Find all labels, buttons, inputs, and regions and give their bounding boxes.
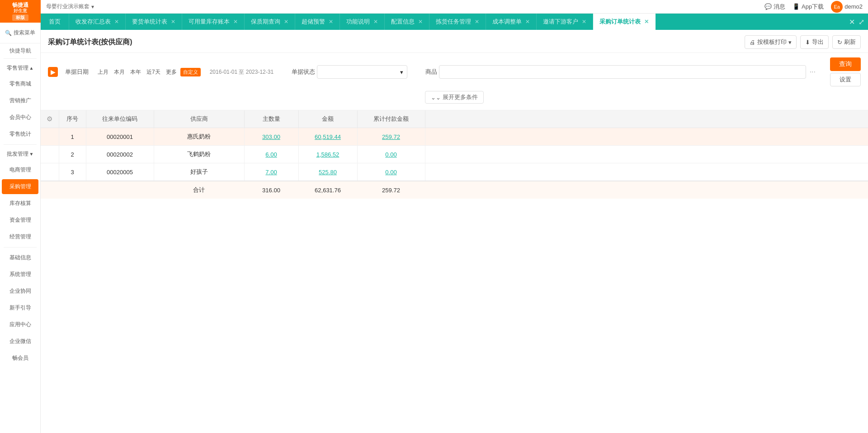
- sidebar-item-label-sys-mgmt: 系统管理: [9, 271, 31, 278]
- print-btn[interactable]: 🖨 按模板打印 ▾: [745, 35, 797, 49]
- refresh-btn-label: 刷新: [844, 38, 856, 46]
- tab-available-inventory-close[interactable]: ✕: [233, 19, 238, 25]
- tab-close-all-btn[interactable]: ✕: [849, 18, 855, 26]
- paid-link-1[interactable]: 259.72: [382, 133, 400, 140]
- qty-link-1[interactable]: 303.00: [262, 133, 280, 140]
- page-title: 采购订单统计表(按供应商): [48, 38, 132, 47]
- commodity-input[interactable]: [439, 65, 806, 79]
- shortcut-more[interactable]: 更多: [164, 67, 179, 77]
- qty-link-3[interactable]: 7.00: [265, 169, 277, 176]
- sidebar-item-app-center[interactable]: 应用中心: [2, 317, 38, 332]
- sidebar-item-marketing[interactable]: 营销推广: [2, 93, 38, 108]
- tab-cost-adjust-label: 成本调整单: [492, 18, 522, 26]
- tab-available-inventory[interactable]: 可用量库存账本 ✕: [182, 14, 245, 30]
- sidebar-item-member-center[interactable]: 会员中心: [2, 110, 38, 125]
- refresh-btn[interactable]: ↻ 刷新: [832, 35, 861, 49]
- td-settings-3: [41, 163, 59, 181]
- date-filter-label: 单据日期: [65, 68, 89, 76]
- td-paid-1: 259.72: [357, 128, 425, 146]
- shortcut-last-7-days[interactable]: 近7天: [145, 67, 162, 77]
- tab-collect-send[interactable]: 收发存汇总表 ✕: [69, 14, 126, 30]
- sidebar-item-label-inventory: 库存核算: [9, 200, 31, 207]
- quick-nav-item[interactable]: 快捷导航: [0, 43, 40, 57]
- tab-config-info-close[interactable]: ✕: [418, 19, 423, 25]
- top-bar: 母婴行业演示账套 ▾ 💬 消息 📱 App下载 Ea demo2: [41, 0, 868, 14]
- tf-paid: 259.72: [357, 181, 425, 199]
- app-download-btn[interactable]: 📱 App下载: [793, 3, 824, 11]
- tab-purchase-order-stats-label: 采购订单统计表: [599, 18, 641, 26]
- tab-cost-adjust[interactable]: 成本调整单 ✕: [486, 14, 537, 30]
- sidebar-item-enterprise-wechat[interactable]: 企业微信: [2, 334, 38, 349]
- tab-purchase-order-stats[interactable]: 采购订单统计表 ✕: [593, 14, 656, 30]
- paid-link-2[interactable]: 0.00: [385, 151, 396, 158]
- amount-link-3[interactable]: 525.80: [319, 169, 337, 176]
- th-settings[interactable]: ⚙: [41, 110, 59, 128]
- sidebar-divider-3: [4, 247, 37, 247]
- account-selector[interactable]: 母婴行业演示账套 ▾: [46, 3, 94, 10]
- tab-warranty-query-close[interactable]: ✕: [284, 19, 288, 25]
- sidebar-item-retail-store[interactable]: 零售商城: [2, 76, 38, 91]
- sidebar-item-ecom-mgmt[interactable]: 电商管理: [2, 162, 38, 177]
- shortcut-this-year[interactable]: 本年: [128, 67, 143, 77]
- user-profile-btn[interactable]: Ea demo2: [831, 1, 863, 13]
- tab-config-info[interactable]: 配置信息 ✕: [385, 14, 429, 30]
- amount-link-2[interactable]: 1,586.52: [316, 151, 340, 158]
- print-dropdown-icon: ▾: [788, 39, 792, 46]
- gear-icon[interactable]: ⚙: [47, 115, 52, 123]
- sidebar-logo: 畅捷通 好生意 标版: [0, 0, 41, 23]
- sidebar-item-batch-mgmt[interactable]: 批发管理 ▼: [2, 148, 38, 161]
- table-row: 3 00020005 好孩子 7.00 525.80 0.00: [41, 163, 868, 181]
- tab-overstock-alert[interactable]: 超储预警 ✕: [295, 14, 340, 30]
- export-btn[interactable]: ⬇ 导出: [800, 35, 829, 49]
- custom-date-badge[interactable]: 自定义: [180, 68, 201, 76]
- tab-purchase-order-stats-close[interactable]: ✕: [644, 19, 649, 25]
- status-select[interactable]: ▾: [317, 65, 407, 79]
- td-qty-2: 6.00: [244, 146, 298, 163]
- expand-more-btn[interactable]: ⌄⌄ 展开更多条件: [425, 91, 484, 104]
- sidebar-item-inventory[interactable]: 库存核算: [2, 196, 38, 211]
- sidebar-item-ops-mgmt[interactable]: 经营管理: [2, 229, 38, 244]
- sidebar-item-retail-mgmt[interactable]: 零售管理 ▲: [2, 62, 38, 75]
- tab-overstock-alert-close[interactable]: ✕: [329, 19, 333, 25]
- filter-toggle-btn[interactable]: ▶: [48, 67, 58, 77]
- sidebar-item-sys-mgmt[interactable]: 系统管理: [2, 267, 38, 282]
- tab-pick-task[interactable]: 拣货任务管理 ✕: [429, 14, 486, 30]
- tab-collect-send-label: 收发存汇总表: [75, 18, 111, 26]
- th-amount: 金额: [298, 110, 357, 128]
- tab-function-desc-close[interactable]: ✕: [373, 19, 378, 25]
- tab-home[interactable]: 首页: [41, 14, 69, 30]
- sidebar-item-purchase-mgmt[interactable]: 采购管理: [2, 179, 38, 194]
- tab-invite-downstream-close[interactable]: ✕: [582, 19, 586, 25]
- sidebar-item-label-batch-mgmt: 批发管理: [7, 150, 28, 158]
- query-btn[interactable]: 查询: [830, 57, 861, 71]
- tab-fullscreen-btn[interactable]: ⤢: [859, 18, 864, 26]
- tab-pick-task-close[interactable]: ✕: [475, 19, 479, 25]
- search-menu-item[interactable]: 🔍 搜索菜单: [3, 26, 38, 39]
- table-row: 2 00020002 飞鹤奶粉 6.00 1,586.52 0.00: [41, 146, 868, 163]
- sidebar-item-new-guide[interactable]: 新手引导: [2, 300, 38, 315]
- qty-link-2[interactable]: 6.00: [265, 151, 277, 158]
- shortcut-this-month[interactable]: 本月: [112, 67, 127, 77]
- sidebar-item-retail-stats[interactable]: 零售统计: [2, 127, 38, 142]
- date-range-display: 2016-01-01 至 2023-12-31: [210, 68, 274, 76]
- commodity-more-icon[interactable]: ···: [810, 68, 816, 76]
- td-code-3: 00020005: [86, 163, 154, 181]
- sidebar-item-member[interactable]: 畅会员: [2, 351, 38, 366]
- amount-link-1[interactable]: 60,519.44: [315, 133, 341, 140]
- tab-order-stats[interactable]: 要货单统计表 ✕: [126, 14, 182, 30]
- tab-invite-downstream[interactable]: 邀请下游客户 ✕: [537, 14, 593, 30]
- sidebar-item-basic-info[interactable]: 基础信息: [2, 250, 38, 265]
- shortcut-last-month[interactable]: 上月: [96, 67, 110, 77]
- settings-btn[interactable]: 设置: [830, 73, 861, 86]
- tab-function-desc[interactable]: 功能说明 ✕: [340, 14, 385, 30]
- tab-collect-send-close[interactable]: ✕: [114, 19, 119, 25]
- sidebar-item-finance[interactable]: 资金管理: [2, 213, 38, 228]
- message-btn[interactable]: 💬 消息: [764, 3, 785, 11]
- td-qty-1: 303.00: [244, 128, 298, 146]
- paid-link-3[interactable]: 0.00: [385, 169, 396, 176]
- tab-function-desc-label: 功能说明: [346, 18, 370, 26]
- tab-order-stats-close[interactable]: ✕: [171, 19, 175, 25]
- sidebar-item-enterprise-coop[interactable]: 企业协同: [2, 284, 38, 299]
- tab-cost-adjust-close[interactable]: ✕: [525, 19, 530, 25]
- tab-warranty-query[interactable]: 保质期查询 ✕: [245, 14, 295, 30]
